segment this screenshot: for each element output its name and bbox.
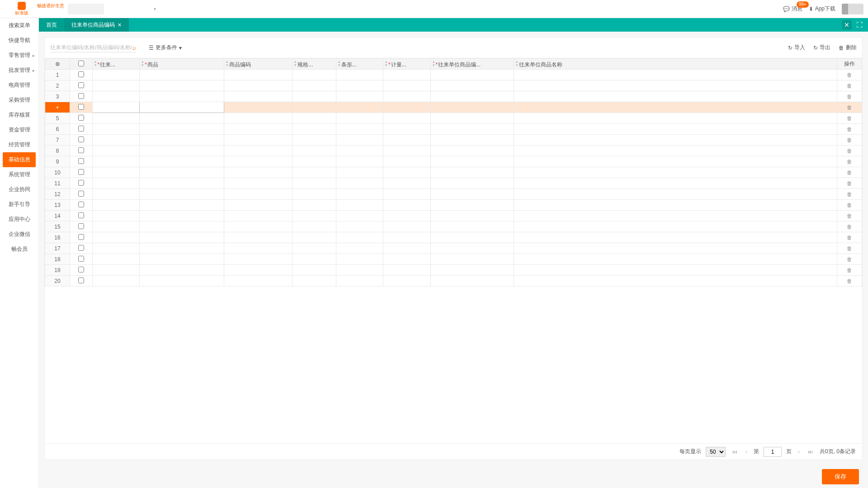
cell[interactable] <box>430 211 514 221</box>
cell[interactable] <box>514 178 837 189</box>
cell[interactable] <box>336 276 383 286</box>
cell[interactable] <box>430 145 514 156</box>
col-barcode[interactable]: ▴▾条形... <box>336 59 383 70</box>
table-row[interactable]: 17🗑 <box>45 243 862 254</box>
cell[interactable] <box>92 145 140 156</box>
row-checkbox[interactable] <box>78 71 84 77</box>
cell[interactable] <box>336 156 383 167</box>
next-page-icon[interactable]: › <box>796 449 802 455</box>
cell[interactable] <box>140 145 224 156</box>
cell[interactable] <box>292 243 336 254</box>
table-row[interactable]: 19🗑 <box>45 265 862 276</box>
row-checkbox[interactable] <box>78 191 84 197</box>
fullscreen-icon[interactable]: ⛶ <box>854 20 864 30</box>
row-delete-icon[interactable]: 🗑 <box>847 235 852 241</box>
row-checkbox[interactable] <box>78 245 84 251</box>
cell[interactable] <box>292 211 336 221</box>
cell[interactable] <box>292 80 336 91</box>
sidebar-item-9[interactable]: 基础信息 <box>3 152 36 167</box>
cell[interactable] <box>430 232 514 243</box>
cell[interactable] <box>514 156 837 167</box>
cell[interactable] <box>140 243 224 254</box>
cell[interactable] <box>92 91 140 102</box>
row-checkbox[interactable] <box>78 136 84 142</box>
cell[interactable] <box>383 70 431 80</box>
cell[interactable] <box>514 91 837 102</box>
row-checkbox[interactable] <box>78 212 84 218</box>
sidebar-item-14[interactable]: 企业微信 <box>0 227 38 242</box>
cell[interactable] <box>336 113 383 124</box>
cell[interactable] <box>140 113 224 124</box>
tabbar-close-icon[interactable]: ✕ <box>842 20 852 30</box>
cell[interactable] <box>292 276 336 286</box>
cell[interactable] <box>92 211 140 221</box>
cell[interactable] <box>336 265 383 276</box>
table-row[interactable]: 10🗑 <box>45 167 862 178</box>
col-partner[interactable]: ▴▾*往来... <box>92 59 140 70</box>
cell[interactable] <box>514 265 837 276</box>
row-checkbox[interactable] <box>78 202 84 207</box>
cell[interactable] <box>140 189 224 200</box>
cell[interactable] <box>514 276 837 286</box>
cell[interactable] <box>514 102 837 113</box>
row-delete-icon[interactable]: 🗑 <box>847 159 852 165</box>
cell[interactable] <box>292 102 336 113</box>
cell[interactable] <box>92 200 140 211</box>
sidebar-item-1[interactable]: 快捷导航 <box>0 33 38 48</box>
row-checkbox[interactable] <box>78 277 84 283</box>
cell[interactable] <box>224 70 292 80</box>
org-selector[interactable] <box>68 4 104 14</box>
app-download-button[interactable]: ⬇ App下载 <box>809 5 835 13</box>
row-delete-icon[interactable]: 🗑 <box>847 180 852 187</box>
cell[interactable] <box>430 189 514 200</box>
cell[interactable] <box>140 156 224 167</box>
row-delete-icon[interactable]: 🗑 <box>847 94 852 100</box>
cell[interactable] <box>140 276 224 286</box>
cell[interactable] <box>92 276 140 286</box>
cell[interactable] <box>92 135 140 145</box>
cell[interactable] <box>224 232 292 243</box>
cell[interactable] <box>140 254 224 265</box>
row-checkbox[interactable] <box>78 180 84 186</box>
cell[interactable] <box>430 243 514 254</box>
cell[interactable] <box>140 221 224 232</box>
cell[interactable] <box>292 145 336 156</box>
cell[interactable] <box>224 80 292 91</box>
close-icon[interactable]: ✕ <box>118 22 122 28</box>
cell[interactable] <box>430 178 514 189</box>
cell[interactable] <box>514 254 837 265</box>
sidebar-item-3[interactable]: 批发管理▸ <box>0 63 38 78</box>
cell[interactable] <box>292 265 336 276</box>
cell[interactable] <box>514 70 837 80</box>
cell[interactable] <box>140 167 224 178</box>
messages-button[interactable]: 💬 消息 99+ <box>783 5 802 13</box>
cell[interactable] <box>383 135 431 145</box>
cell[interactable] <box>140 80 224 91</box>
cell[interactable] <box>140 135 224 145</box>
cell[interactable] <box>92 167 140 178</box>
row-delete-icon[interactable]: 🗑 <box>847 191 852 197</box>
row-checkbox[interactable] <box>78 267 84 272</box>
cell[interactable] <box>336 70 383 80</box>
cell[interactable] <box>224 276 292 286</box>
row-checkbox[interactable] <box>78 115 84 121</box>
row-delete-icon[interactable]: 🗑 <box>847 137 852 143</box>
cell[interactable] <box>292 167 336 178</box>
gear-header[interactable]: ⚙ <box>45 59 70 70</box>
cell[interactable] <box>336 189 383 200</box>
delete-button[interactable]: 🗑删除 <box>839 44 857 52</box>
row-checkbox[interactable] <box>78 169 84 175</box>
cell[interactable] <box>430 70 514 80</box>
cell[interactable] <box>514 80 837 91</box>
cell[interactable] <box>383 243 431 254</box>
cell[interactable] <box>383 200 431 211</box>
sidebar-item-0[interactable]: 搜索菜单 <box>0 18 38 33</box>
row-checkbox[interactable] <box>78 126 84 131</box>
cell[interactable] <box>336 221 383 232</box>
cell[interactable] <box>514 124 837 135</box>
tab-home[interactable]: 首页 <box>39 18 64 32</box>
col-product[interactable]: ▴▾*商品 <box>140 59 224 70</box>
row-checkbox[interactable] <box>78 82 84 88</box>
cell[interactable] <box>514 189 837 200</box>
col-partner-code[interactable]: ▴▾*往来单位商品编... <box>430 59 514 70</box>
